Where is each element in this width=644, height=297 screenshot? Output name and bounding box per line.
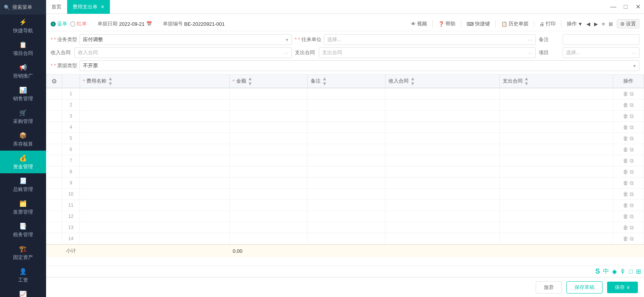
view-list-btn[interactable]: ≡ xyxy=(602,21,605,27)
col-income-sort[interactable]: ▲▼ xyxy=(410,76,415,86)
row-copy-button[interactable]: ⧉ xyxy=(629,168,634,176)
row-delete-button[interactable]: 🗑 xyxy=(622,179,629,187)
icon-s[interactable]: S xyxy=(595,267,600,275)
row-delete-button[interactable]: 🗑 xyxy=(622,168,629,176)
row-expense-cell[interactable] xyxy=(500,100,613,110)
row-amount-cell[interactable] xyxy=(230,155,308,166)
row-amount-cell[interactable] xyxy=(230,222,308,233)
row-name-cell[interactable] xyxy=(80,144,230,155)
row-note-cell[interactable] xyxy=(308,166,386,177)
row-income-cell[interactable] xyxy=(386,144,499,155)
sidebar-item-assets[interactable]: 🏗️固定资产 xyxy=(0,241,46,264)
row-income-cell[interactable] xyxy=(386,200,499,211)
row-copy-button[interactable]: ⧉ xyxy=(629,112,634,120)
row-income-cell[interactable] xyxy=(386,88,499,99)
row-copy-button[interactable]: ⧉ xyxy=(629,179,634,187)
row-note-cell[interactable] xyxy=(308,222,386,233)
row-income-cell[interactable] xyxy=(386,155,499,166)
note-input[interactable] xyxy=(563,34,639,45)
row-copy-button[interactable]: ⧉ xyxy=(629,201,634,209)
row-delete-button[interactable]: 🗑 xyxy=(622,235,629,242)
row-expense-cell[interactable] xyxy=(500,144,613,155)
sidebar-item-tax[interactable]: 📑税务管理 xyxy=(0,219,46,241)
col-expense-sort[interactable]: ▲▼ xyxy=(524,76,529,86)
row-note-cell[interactable] xyxy=(308,111,386,121)
row-delete-button[interactable]: 🗑 xyxy=(622,134,629,142)
row-name-cell[interactable] xyxy=(80,122,230,133)
help-btn[interactable]: ❓ 帮助 xyxy=(438,20,455,27)
row-copy-button[interactable]: ⧉ xyxy=(629,123,634,131)
operation-btn[interactable]: 操作 ▼ xyxy=(567,20,583,27)
row-delete-button[interactable]: 🗑 xyxy=(622,212,629,220)
row-delete-button[interactable]: 🗑 xyxy=(622,101,629,109)
sidebar-item-accounting[interactable]: 🧾总账管理 xyxy=(0,173,46,196)
row-name-cell[interactable] xyxy=(80,100,230,110)
row-copy-button[interactable]: ⧉ xyxy=(629,157,634,165)
row-income-cell[interactable] xyxy=(386,233,499,244)
row-name-cell[interactable] xyxy=(80,233,230,244)
row-income-cell[interactable] xyxy=(386,122,499,133)
row-delete-button[interactable]: 🗑 xyxy=(622,146,629,153)
partner-dots[interactable]: ··· xyxy=(528,37,532,43)
project-select[interactable]: 选择... ··· xyxy=(563,47,639,58)
row-delete-button[interactable]: 🗑 xyxy=(622,201,629,209)
row-name-cell[interactable] xyxy=(80,88,230,99)
row-amount-cell[interactable] xyxy=(230,166,308,177)
row-delete-button[interactable]: 🗑 xyxy=(622,112,629,120)
view-grid-btn[interactable]: ⊞ xyxy=(609,21,613,27)
next-btn[interactable]: ▶ xyxy=(594,21,598,27)
sidebar-search[interactable]: 🔍 搜索菜单 xyxy=(0,0,46,15)
icon-chinese[interactable]: 中 xyxy=(603,267,609,275)
row-copy-button[interactable]: ⧉ xyxy=(629,235,634,243)
income-contract-dots[interactable]: ··· xyxy=(284,50,288,56)
row-copy-button[interactable]: ⧉ xyxy=(629,146,634,154)
row-name-cell[interactable] xyxy=(80,222,230,233)
sidebar-item-capital[interactable]: 💰资金管理 xyxy=(0,151,46,173)
row-note-cell[interactable] xyxy=(308,88,386,99)
row-income-cell[interactable] xyxy=(386,222,499,233)
row-note-cell[interactable] xyxy=(308,233,386,244)
row-amount-cell[interactable] xyxy=(230,189,308,199)
row-name-cell[interactable] xyxy=(80,178,230,188)
row-expense-cell[interactable] xyxy=(500,233,613,244)
col-amount-sort[interactable]: ▲▼ xyxy=(248,76,253,86)
row-note-cell[interactable] xyxy=(308,133,386,144)
row-copy-button[interactable]: ⧉ xyxy=(629,90,634,98)
date-value[interactable]: 2022-09-21 xyxy=(119,21,145,27)
partner-select[interactable]: 选择... ··· xyxy=(324,34,536,45)
radio-red[interactable] xyxy=(70,22,75,27)
invoice-type-select[interactable]: 不开票 ▾ xyxy=(79,60,639,71)
row-amount-cell[interactable] xyxy=(230,211,308,222)
row-income-cell[interactable] xyxy=(386,133,499,144)
icon-grid[interactable]: ⊞ xyxy=(636,268,641,275)
row-amount-cell[interactable] xyxy=(230,144,308,155)
row-name-cell[interactable] xyxy=(80,155,230,166)
row-name-cell[interactable] xyxy=(80,211,230,222)
sidebar-item-purchase[interactable]: 🛒采购管理 xyxy=(0,105,46,128)
row-expense-cell[interactable] xyxy=(500,122,613,133)
print-btn[interactable]: 🖨 打印 xyxy=(540,20,556,27)
row-income-cell[interactable] xyxy=(386,100,499,110)
row-expense-cell[interactable] xyxy=(500,166,613,177)
set-button[interactable]: ⚙ 设置 xyxy=(617,19,639,28)
row-amount-cell[interactable] xyxy=(230,200,308,211)
row-delete-button[interactable]: 🗑 xyxy=(622,123,629,131)
row-delete-button[interactable]: 🗑 xyxy=(622,224,629,231)
row-name-cell[interactable] xyxy=(80,189,230,199)
row-name-cell[interactable] xyxy=(80,133,230,144)
row-income-cell[interactable] xyxy=(386,166,499,177)
row-copy-button[interactable]: ⧉ xyxy=(629,224,634,232)
sidebar-item-inventory[interactable]: 📦库存核算 xyxy=(0,128,46,151)
tab-home[interactable]: 首页 xyxy=(46,0,67,14)
row-note-cell[interactable] xyxy=(308,189,386,199)
project-dots[interactable]: ··· xyxy=(632,50,636,56)
row-expense-cell[interactable] xyxy=(500,200,613,211)
col-note-sort[interactable]: ▲▼ xyxy=(322,76,327,86)
sidebar-item-invoice[interactable]: 🗂️发票管理 xyxy=(0,196,46,219)
table-settings-icon[interactable]: ⚙ xyxy=(51,78,57,85)
business-type-select[interactable]: 应付调整 ▾ xyxy=(79,34,291,45)
radio-blue-label[interactable]: 蓝单 xyxy=(51,20,67,27)
discard-button[interactable]: 放弃 xyxy=(536,281,562,294)
row-amount-cell[interactable] xyxy=(230,111,308,121)
sidebar-item-marketing[interactable]: 📢营销推广 xyxy=(0,60,46,83)
